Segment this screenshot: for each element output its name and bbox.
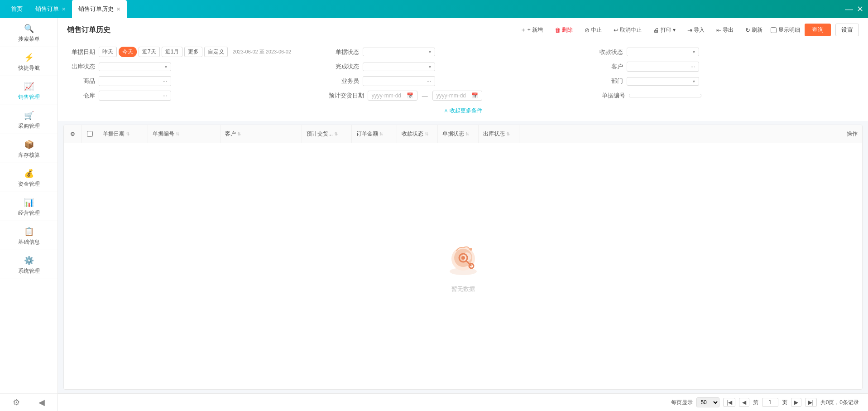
tab-sales-order-history[interactable]: 销售订单历史 ✕ — [72, 0, 127, 18]
goods-dots: ··· — [163, 78, 167, 84]
quicknav-icon: ⚡ — [24, 53, 34, 63]
doc-no-input[interactable] — [629, 94, 701, 97]
refresh-button[interactable]: ↻ 刷新 — [742, 24, 766, 36]
sidebar-bottom: ⚙ ◀ — [0, 393, 58, 411]
filter-area: 单据日期 昨天 今天 近7天 近1月 更多 自定义 2023-06-02 至 2… — [58, 41, 868, 121]
delivery-date-to[interactable]: yyyy-mm-dd 📅 — [432, 91, 482, 101]
goods-control[interactable]: ··· — [99, 76, 322, 86]
sidebar-item-sales[interactable]: 📈 销售管理 — [0, 76, 58, 105]
date-more[interactable]: 更多 — [184, 47, 202, 57]
salesman-dots: ··· — [427, 78, 431, 84]
complete-status-control[interactable]: ▾ — [363, 63, 586, 71]
payment-status-control[interactable]: ▾ — [627, 48, 850, 56]
select-all-checkbox[interactable] — [87, 131, 93, 137]
th-payment[interactable]: 收款状态 ⇅ — [397, 125, 438, 143]
sidebar-item-purchase[interactable]: 🛒 采购管理 — [0, 105, 58, 134]
doc-status-control[interactable]: ▾ — [363, 48, 586, 56]
export-icon: ⇤ — [716, 27, 721, 34]
sidebar-item-finance[interactable]: 💰 资金管理 — [0, 163, 58, 192]
tab-sales-order[interactable]: 销售订单 ✕ — [29, 0, 72, 18]
page-prev-button[interactable]: ◀ — [739, 398, 749, 407]
tab-sales-order-history-close[interactable]: ✕ — [116, 6, 120, 12]
date-separator: — — [422, 92, 428, 99]
page-last-button[interactable]: ▶| — [805, 398, 817, 407]
warehouse-control[interactable]: ··· — [99, 91, 320, 101]
page-input[interactable] — [762, 398, 778, 407]
sidebar-item-quicknav[interactable]: ⚡ 快捷导航 — [0, 47, 58, 76]
window-close-icon[interactable]: ✕ — [857, 4, 863, 14]
date-range-text: 2023-06-02 至 2023-06-02 — [232, 48, 291, 55]
date-yesterday[interactable]: 昨天 — [99, 47, 117, 57]
sidebar-item-search[interactable]: 🔍 搜索菜单 — [0, 18, 58, 47]
date-today[interactable]: 今天 — [119, 47, 137, 57]
sidebar-item-basic[interactable]: 📋 基础信息 — [0, 221, 58, 250]
refresh-icon: ↻ — [745, 27, 750, 34]
out-status-select[interactable]: ▾ — [99, 63, 171, 71]
calendar-from-icon[interactable]: 📅 — [407, 92, 413, 99]
page-header: 销售订单历史 ＋ + 新增 🗑 删除 ⊘ 中止 ↩ — [58, 18, 868, 41]
stop-button[interactable]: ⊘ 中止 — [581, 24, 605, 36]
customer-control[interactable]: ··· — [627, 62, 850, 72]
page-next-button[interactable]: ▶ — [791, 398, 801, 407]
th-outstatus[interactable]: 出库状态 ⇅ — [479, 125, 519, 143]
sidebar-item-inventory[interactable]: 📦 库存核算 — [0, 134, 58, 163]
page-first-button[interactable]: |◀ — [723, 398, 735, 407]
department-chevron: ▾ — [693, 79, 695, 84]
th-docstatus[interactable]: 单据状态 ⇅ — [438, 125, 479, 143]
th-delivery[interactable]: 预计交货... ⇅ — [302, 125, 352, 143]
cancel-stop-button[interactable]: ↩ 取消中止 — [610, 24, 645, 36]
sidebar-settings-icon[interactable]: ⚙ — [13, 397, 20, 407]
payment-status-select[interactable]: ▾ — [627, 48, 699, 56]
delivery-date-control: yyyy-mm-dd 📅 — yyyy-mm-dd 📅 — [368, 91, 589, 101]
settings-button[interactable]: 设置 — [835, 24, 859, 36]
print-button[interactable]: 🖨 打印 ▾ — [650, 24, 679, 36]
delete-button[interactable]: 🗑 删除 — [551, 24, 576, 36]
th-settings[interactable]: ⚙ — [64, 125, 82, 143]
tab-home[interactable]: 首页 — [5, 0, 29, 18]
th-docno[interactable]: 单据编号 ⇅ — [148, 125, 221, 143]
out-status-control[interactable]: ▾ — [99, 63, 322, 71]
goods-input[interactable]: ··· — [99, 76, 171, 86]
display-toggle[interactable]: 显示明细 — [771, 26, 800, 34]
inventory-icon: 📦 — [24, 140, 34, 150]
sidebar-collapse-icon[interactable]: ◀ — [38, 397, 45, 407]
window-minimize-icon[interactable]: — — [845, 5, 853, 14]
page-size-select[interactable]: 20 50 100 — [696, 397, 719, 407]
salesman-label: 业务员 — [331, 77, 363, 85]
salesman-control[interactable]: ··· — [363, 76, 586, 86]
complete-status-select[interactable]: ▾ — [363, 63, 435, 71]
th-amount[interactable]: 订单金额 ⇅ — [352, 125, 397, 143]
delivery-date-from[interactable]: yyyy-mm-dd 📅 — [368, 91, 417, 101]
department-control[interactable]: ▾ — [627, 77, 850, 86]
department-select[interactable]: ▾ — [627, 77, 699, 86]
new-icon: ＋ — [520, 26, 526, 34]
customer-input[interactable]: ··· — [627, 62, 699, 72]
top-bar: 首页 销售订单 ✕ 销售订单历史 ✕ — ✕ — [0, 0, 868, 18]
filter-collapse[interactable]: ∧ 收起更多条件 — [67, 105, 859, 116]
new-button[interactable]: ＋ + 新增 — [517, 24, 547, 36]
calendar-to-icon[interactable]: 📅 — [471, 92, 478, 99]
export-button[interactable]: ⇤ 导出 — [713, 24, 737, 36]
display-toggle-checkbox[interactable] — [771, 27, 777, 33]
warehouse-input[interactable]: ··· — [99, 91, 171, 101]
salesman-input[interactable]: ··· — [363, 76, 435, 86]
query-button[interactable]: 查询 — [805, 24, 831, 36]
sidebar-item-system[interactable]: ⚙️ 系统管理 — [0, 250, 58, 279]
doc-status-select[interactable]: ▾ — [363, 48, 435, 56]
tab-sales-order-close[interactable]: ✕ — [62, 6, 66, 12]
date-7days[interactable]: 近7天 — [139, 47, 160, 57]
table-body: 暂无数据 — [64, 143, 862, 389]
stop-icon: ⊘ — [585, 27, 590, 34]
date-1month[interactable]: 近1月 — [162, 47, 183, 57]
system-icon: ⚙️ — [24, 256, 34, 266]
th-date[interactable]: 单据日期 ⇅ — [98, 125, 148, 143]
th-customer[interactable]: 客户 ⇅ — [221, 125, 302, 143]
date-custom[interactable]: 自定义 — [204, 47, 228, 57]
print-icon: 🖨 — [653, 27, 659, 34]
sidebar-item-operation[interactable]: 📊 经营管理 — [0, 192, 58, 221]
th-checkbox[interactable] — [82, 125, 98, 143]
doc-no-control[interactable] — [629, 94, 850, 97]
svg-point-5 — [461, 256, 465, 260]
doc-status-chevron: ▾ — [429, 49, 431, 54]
import-button[interactable]: ⇥ 导入 — [684, 24, 708, 36]
